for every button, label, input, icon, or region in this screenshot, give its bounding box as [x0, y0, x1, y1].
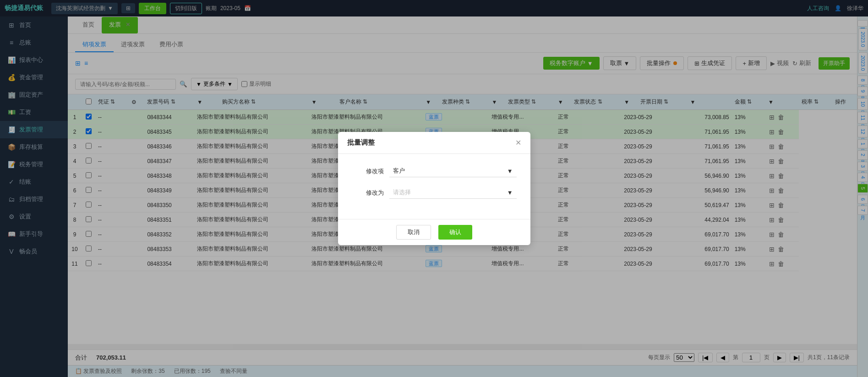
modal-footer: 取消 确认 [338, 219, 530, 245]
modify-field-select[interactable]: 客户 ▼ [389, 165, 517, 177]
modify-field-chevron: ▼ [507, 168, 513, 175]
confirm-button[interactable]: 确认 [438, 225, 472, 240]
modify-to-select[interactable]: 请选择 ▼ [389, 186, 517, 199]
modal-body: 修改项 客户 ▼ 修改为 请选择 ▼ [338, 154, 530, 219]
batch-adjust-modal: 批量调整 ✕ 修改项 客户 ▼ 修改为 请选择 ▼ 取消 确认 [338, 132, 530, 245]
modify-to-label: 修改为 [352, 189, 384, 197]
modify-to-chevron: ▼ [507, 189, 513, 196]
modify-field-row: 修改项 客户 ▼ [352, 165, 517, 177]
modify-to-placeholder: 请选择 [393, 188, 411, 197]
modify-field-value: 客户 [393, 167, 405, 175]
modal-title: 批量调整 [347, 138, 375, 147]
modify-to-row: 修改为 请选择 ▼ [352, 186, 517, 199]
cancel-button[interactable]: 取消 [396, 225, 431, 240]
modify-field-label: 修改项 [352, 167, 384, 175]
modal-close-icon[interactable]: ✕ [515, 138, 521, 147]
modal-overlay: 批量调整 ✕ 修改项 客户 ▼ 修改为 请选择 ▼ 取消 确认 [0, 0, 868, 377]
modal-header: 批量调整 ✕ [338, 132, 530, 154]
